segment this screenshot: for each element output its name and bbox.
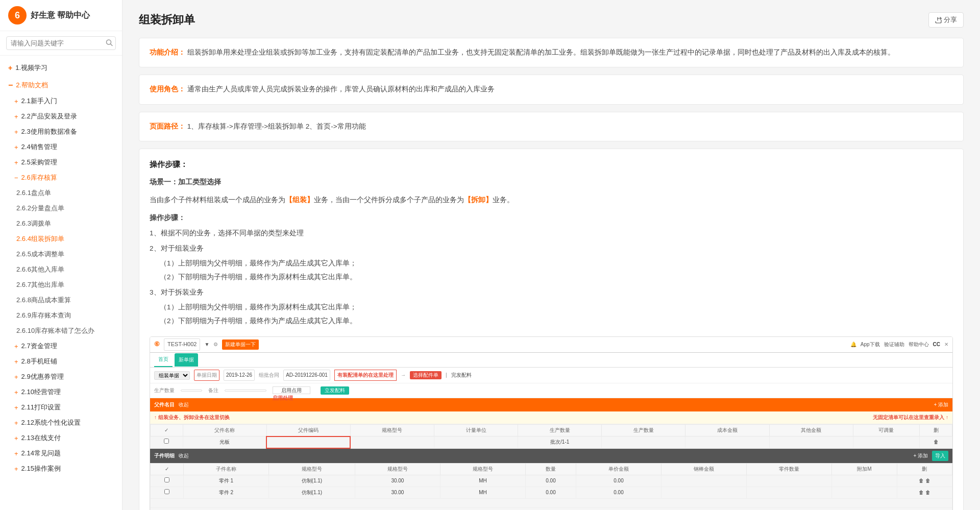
cell-qty1[interactable]: 批次/1-1 xyxy=(518,436,602,448)
expand-icon-29: + xyxy=(14,373,18,381)
col-spec: 规格型号 xyxy=(350,424,434,436)
cell-adj xyxy=(853,436,920,448)
sidebar-item-264[interactable]: 2.6.4组装拆卸单 xyxy=(0,231,122,247)
sim-qty-val[interactable] xyxy=(181,390,202,392)
row-checkbox[interactable] xyxy=(164,439,169,444)
share-button[interactable]: 分享 xyxy=(928,12,964,28)
cell-unit xyxy=(434,436,518,448)
sim-app-logo: ⑥ xyxy=(154,339,160,350)
bcell-name2[interactable]: 零件 2 xyxy=(183,487,268,498)
expand-icon-21: + xyxy=(14,98,18,105)
bcell-qty1: 0.00 xyxy=(526,475,576,487)
sidebar-item-212[interactable]: + 2.12系统个性化设置 xyxy=(0,415,122,430)
sidebar-item-210[interactable]: + 2.10经营管理 xyxy=(0,384,122,400)
sim-bottom-add-btn[interactable]: + 添加 xyxy=(913,451,928,460)
sidebar-item-266[interactable]: 2.6.6其他入库单 xyxy=(0,262,122,277)
cell-name[interactable]: 光板 xyxy=(183,436,266,448)
sim-bottom-section-header: 子件明细 收起 + 添加 导入 xyxy=(150,449,952,463)
sim-add-row-btn[interactable]: + 添加 xyxy=(934,400,948,409)
sidebar-item-267[interactable]: 2.6.7其他出库单 xyxy=(0,277,122,293)
scenario-desc: 当由多个子件材料组装成一个成品的业务为【组装】业务，当由一个父件拆分成多个子产品… xyxy=(150,193,953,207)
bcol-price: 单价金额 xyxy=(576,463,661,475)
bcell-check2[interactable] xyxy=(151,487,184,498)
sim-qiyong-field[interactable]: 启用点用 xyxy=(273,386,310,394)
sidebar-nav: + 1.视频学习 − 2.帮助文档 + 2.1新手入门 + 2.2产品安装及登录 xyxy=(0,56,122,510)
sidebar-item-269[interactable]: 2.6.9库存账本查询 xyxy=(0,308,122,323)
sidebar-item-214[interactable]: + 2.14常见问题 xyxy=(0,446,122,461)
sidebar-header: 6 好生意 帮助中心 xyxy=(0,0,122,31)
nav-group-title-video[interactable]: + 1.视频学习 xyxy=(0,60,122,76)
sidebar-item-23[interactable]: + 2.3使用前数据准备 xyxy=(0,124,122,139)
expand-icon-27: + xyxy=(14,343,18,350)
sidebar-item-28[interactable]: + 2.8手机旺铺 xyxy=(0,354,122,369)
sim-section-collapse[interactable]: 收起 xyxy=(179,400,189,409)
search-box xyxy=(0,31,122,56)
sidebar-item-27[interactable]: + 2.7资金管理 xyxy=(0,338,122,354)
sidebar-item-215[interactable]: + 2.15操作案例 xyxy=(0,461,122,476)
step2: 2、对于组装业务 xyxy=(150,242,953,255)
sim-import-btn[interactable]: 导入 xyxy=(932,451,948,461)
bcell-spec3: MH xyxy=(440,475,525,487)
sim-help-center-link: 帮助中心 xyxy=(909,340,929,349)
col-parent-name: 父件名称 xyxy=(183,424,266,436)
sim-complete-btn[interactable]: 完发配料 xyxy=(451,371,472,380)
bcell-parts1 xyxy=(747,475,832,487)
bcell-spec6: MH xyxy=(440,487,525,498)
cell-code[interactable] xyxy=(266,436,350,448)
sidebar-item-29[interactable]: + 2.9优惠券管理 xyxy=(0,369,122,384)
sim-memo-val[interactable] xyxy=(225,390,266,392)
bcell-check[interactable] xyxy=(151,475,184,487)
sim-new-doc-btn[interactable]: 新建单据一下 xyxy=(222,339,259,350)
nav-group-title-docs[interactable]: − 2.帮助文档 xyxy=(0,77,122,93)
sidebar-item-213[interactable]: + 2.13在线支付 xyxy=(0,430,122,446)
sim-confirm-btn[interactable]: 立发配料 xyxy=(321,386,349,395)
sidebar-item-211[interactable]: + 2.11打印设置 xyxy=(0,400,122,415)
bcell-steel2 xyxy=(662,487,747,498)
bcell-name1[interactable]: 零件 1 xyxy=(183,475,268,487)
sidebar-item-261[interactable]: 2.6.1盘点单 xyxy=(0,185,122,201)
main-content: 组装拆卸单 分享 功能介绍： 组装拆卸单用来处理企业组装或拆卸等加工业务，支持有… xyxy=(122,0,980,510)
bcell-spec4: 仿制(1.1) xyxy=(268,487,355,498)
sidebar-item-26[interactable]: − 2.6库存核算 xyxy=(0,170,122,185)
sidebar-item-268[interactable]: 2.6.8商品成本重算 xyxy=(0,293,122,308)
sim-nav-active-tab[interactable]: 新单据 xyxy=(175,353,198,367)
sim-close-btn[interactable]: ✕ xyxy=(944,340,948,349)
sim-arrow1: → xyxy=(401,371,406,380)
sidebar-item-21[interactable]: + 2.1新手入门 xyxy=(0,93,122,109)
sim-type-select[interactable]: 组装单据 拆卸单据 xyxy=(154,371,190,380)
sim-date-val: 2019-12-26 xyxy=(224,370,255,381)
sim-bottom-collapse[interactable]: 收起 xyxy=(179,451,189,460)
app-title: 好生意 帮助中心 xyxy=(31,10,90,21)
sim-select-assembly-btn[interactable]: 选择配件单 xyxy=(410,371,442,379)
bcell-steel1 xyxy=(662,475,747,487)
brow-checkbox2[interactable] xyxy=(164,489,169,494)
bcell-del2[interactable]: 🗑 🗑 xyxy=(897,487,952,498)
search-button[interactable] xyxy=(106,39,113,47)
sidebar-item-24[interactable]: + 2.4销售管理 xyxy=(0,139,122,155)
sidebar-item-265[interactable]: 2.6.5成本调整单 xyxy=(0,247,122,262)
bcell-append1 xyxy=(832,475,897,487)
bcell-del1[interactable]: 🗑 🗑 xyxy=(897,475,952,487)
bcell-empty3 xyxy=(151,498,952,507)
sidebar-item-263[interactable]: 2.6.3调拨单 xyxy=(0,216,122,231)
app-logo: 6 xyxy=(8,6,27,25)
bcol-append: 附加M xyxy=(832,463,897,475)
bcell-empty4 xyxy=(151,507,952,510)
sidebar-item-262[interactable]: 2.6.2分量盘点单 xyxy=(0,201,122,216)
search-input[interactable] xyxy=(6,36,116,50)
role-card: 使用角色： 通常由生产人员或库管人员完成拆装业务的操作，库管人员确认原材料的出库… xyxy=(139,75,964,104)
scenario-label: 场景一：加工类型选择 xyxy=(150,178,221,186)
cell-qty2 xyxy=(602,436,685,448)
bcell-price2: 0.00 xyxy=(576,487,661,498)
sim-nav-home[interactable]: 首页 xyxy=(154,353,173,367)
share-icon xyxy=(935,17,942,23)
step3: 3、对于拆装业务 xyxy=(150,286,953,299)
sidebar-item-25[interactable]: + 2.5采购管理 xyxy=(0,155,122,170)
sim-annotation1: 有装配清单的在这里处理 xyxy=(334,370,397,381)
cell-check[interactable] xyxy=(151,436,183,448)
brow-checkbox1[interactable] xyxy=(164,477,169,482)
sim-annotation3-wrap: 启用点用 启用处理 xyxy=(273,385,310,396)
sidebar-item-22[interactable]: + 2.2产品安装及登录 xyxy=(0,109,122,124)
sidebar-item-2610[interactable]: 2.6.10库存账本错了怎么办 xyxy=(0,323,122,338)
cell-del[interactable]: 🗑 xyxy=(920,436,952,448)
